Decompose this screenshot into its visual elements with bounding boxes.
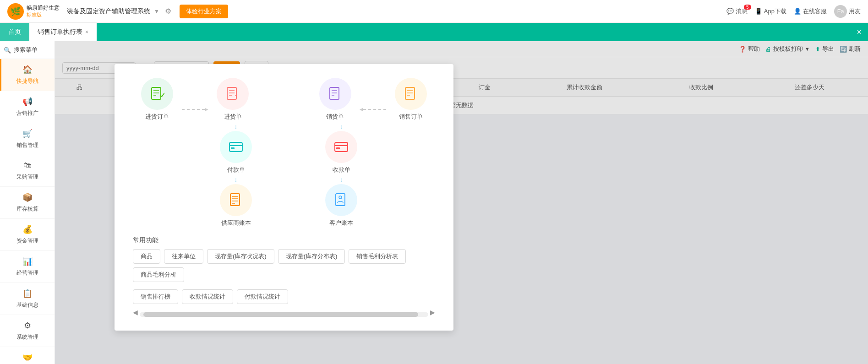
common-title: 常用功能 bbox=[133, 236, 435, 244]
svg-rect-8 bbox=[330, 87, 339, 99]
sidebar-label-system: 系统管理 bbox=[16, 333, 38, 341]
active-indicator bbox=[0, 59, 1, 91]
sidebar-item-purchase[interactable]: 🛍 采购管理 bbox=[0, 155, 55, 187]
purchase-label: 进货单 bbox=[224, 113, 242, 121]
tab-close-icon[interactable]: × bbox=[85, 29, 88, 35]
func-btns: 商品往来单位现存量(库存状况表)现存量(库存分布表)销售毛利分析表商品毛利分析销… bbox=[133, 249, 435, 304]
func-btn[interactable]: 商品 bbox=[133, 249, 160, 264]
payment-circle bbox=[220, 131, 252, 163]
flow-node-sale-order[interactable]: 销售订单 bbox=[386, 78, 435, 121]
online-service-label: 在线客服 bbox=[803, 7, 827, 16]
sidebar-item-inventory[interactable]: 📦 库存核算 bbox=[0, 187, 55, 219]
message-button[interactable]: 💬 消息 5 bbox=[726, 7, 748, 16]
home-icon: 🏠 bbox=[22, 65, 33, 75]
flow-node-sale[interactable]: 销货单 bbox=[311, 78, 360, 121]
app-download-button[interactable]: 📱 App下载 bbox=[755, 7, 786, 16]
receipt-circle bbox=[325, 131, 357, 163]
top-header: 🌿 畅康通好生意 标准版 装备及固定资产辅助管理系统 ▼ ⚙ 体验行业方案 💬 … bbox=[0, 0, 868, 23]
sidebar-label-marketing: 营销推广 bbox=[16, 109, 38, 117]
svg-rect-16 bbox=[229, 142, 242, 152]
dropdown-arrow-icon[interactable]: ▼ bbox=[154, 8, 159, 15]
purchase-icon: 🛍 bbox=[23, 161, 32, 170]
nav-tabs: 首页 销售订单执行表 × × bbox=[0, 23, 868, 41]
online-service-button[interactable]: 👤 在线客服 bbox=[794, 7, 827, 16]
main-layout: 🔍 搜索菜单 🏠 快捷导航 📢 营销推广 🛒 销售管理 🛍 采购管理 📦 库存核… bbox=[0, 41, 868, 364]
common-functions: 常用功能 商品往来单位现存量(库存状况表)现存量(库存分布表)销售毛利分析表商品… bbox=[133, 236, 435, 304]
sidebar-item-finance[interactable]: 💰 资金管理 bbox=[0, 219, 55, 251]
sale-circle bbox=[319, 78, 351, 110]
sale-label: 销货单 bbox=[326, 113, 344, 121]
popup-scrollbar-thumb bbox=[143, 312, 418, 317]
logo-text: 畅康通好生意 标准版 bbox=[27, 5, 60, 18]
scroll-right-icon[interactable]: ▶ bbox=[430, 309, 435, 316]
svg-rect-22 bbox=[230, 194, 240, 206]
sidebar-item-basic[interactable]: 📋 基础信息 bbox=[0, 283, 55, 315]
search-icon: 🔍 bbox=[4, 47, 11, 54]
sidebar-item-operation[interactable]: 📊 经营管理 bbox=[0, 251, 55, 283]
func-btn[interactable]: 销售排行榜 bbox=[133, 289, 178, 304]
func-btn[interactable]: 销售毛利分析表 bbox=[349, 249, 406, 264]
sidebar-item-home[interactable]: 🏠 快捷导航 bbox=[0, 59, 55, 91]
popup-box: 进货订单 ▶ 进货单 bbox=[115, 64, 453, 331]
user-name: 用友 bbox=[849, 7, 861, 16]
system-title: 装备及固定资产辅助管理系统 bbox=[67, 7, 150, 16]
payment-label: 付款单 bbox=[227, 166, 245, 174]
sidebar-item-sales[interactable]: 🛒 销售管理 bbox=[0, 123, 55, 155]
close-all-button[interactable]: × bbox=[850, 27, 868, 37]
logo-line1: 畅康通好生意 bbox=[27, 5, 60, 12]
svg-rect-21 bbox=[336, 147, 340, 149]
sales-icon: 🛒 bbox=[22, 129, 33, 139]
svg-rect-18 bbox=[231, 147, 235, 149]
service-icon: 👤 bbox=[794, 8, 801, 15]
func-btn[interactable]: 现存量(库存状况表) bbox=[207, 249, 274, 264]
sidebar-label-purchase: 采购管理 bbox=[16, 173, 38, 181]
sidebar-item-collab[interactable]: 🤝 企业协同 bbox=[0, 347, 55, 364]
sidebar-item-marketing[interactable]: 📢 营销推广 bbox=[0, 91, 55, 123]
flow-node-purchase[interactable]: 进货单 bbox=[208, 78, 257, 121]
gear-icon[interactable]: ⚙ bbox=[165, 7, 171, 16]
scroll-left-icon[interactable]: ◀ bbox=[133, 309, 138, 316]
logo-line2: 标准版 bbox=[27, 11, 60, 18]
svg-rect-19 bbox=[335, 142, 348, 152]
func-btn[interactable]: 往来单位 bbox=[164, 249, 203, 264]
logo-area: 🌿 畅康通好生意 标准版 bbox=[7, 3, 62, 20]
logo-icon: 🌿 bbox=[7, 3, 24, 20]
search-menu-button[interactable]: 🔍 搜索菜单 bbox=[0, 41, 55, 59]
func-btn[interactable]: 收款情况统计 bbox=[182, 289, 233, 304]
popup-scrollbar[interactable] bbox=[140, 312, 428, 317]
func-btn[interactable]: 商品毛利分析 bbox=[133, 267, 184, 282]
sidebar-item-system[interactable]: ⚙ 系统管理 bbox=[0, 315, 55, 347]
user-area[interactable]: Ea 用友 bbox=[834, 5, 861, 18]
svg-rect-12 bbox=[405, 87, 415, 99]
sidebar-label-inventory: 库存核算 bbox=[16, 205, 38, 213]
message-badge: 5 bbox=[744, 5, 751, 10]
finance-icon: 💰 bbox=[22, 224, 33, 234]
active-tab-label: 销售订单执行表 bbox=[38, 28, 82, 36]
func-btn[interactable]: 现存量(库存分布表) bbox=[278, 249, 345, 264]
search-menu-label: 搜索菜单 bbox=[14, 46, 38, 54]
phone-icon: 📱 bbox=[755, 8, 762, 15]
flow-node-purchase-order[interactable]: 进货订单 bbox=[133, 78, 182, 121]
supplier-account-circle bbox=[220, 184, 252, 216]
sidebar: 🔍 搜索菜单 🏠 快捷导航 📢 营销推广 🛒 销售管理 🛍 采购管理 📦 库存核… bbox=[0, 41, 55, 364]
home-tab-label: 首页 bbox=[8, 28, 21, 36]
sidebar-label-finance: 资金管理 bbox=[16, 237, 38, 245]
inventory-icon: 📦 bbox=[22, 192, 33, 202]
sidebar-label-sales: 销售管理 bbox=[16, 141, 38, 149]
system-icon: ⚙ bbox=[24, 321, 31, 331]
svg-rect-0 bbox=[152, 87, 161, 99]
tab-active[interactable]: 销售订单执行表 × bbox=[29, 23, 97, 41]
content-area: ❓ 帮助 🖨 按模板打印 ▼ ⬆ 导出 🔄 刷新 📅 单据状态 bbox=[55, 41, 868, 364]
try-button[interactable]: 体验行业方案 bbox=[180, 5, 228, 18]
message-icon: 💬 bbox=[726, 8, 734, 15]
supplier-account-label: 供应商账本 bbox=[221, 219, 251, 227]
svg-rect-4 bbox=[227, 87, 236, 99]
func-btn[interactable]: 付款情况统计 bbox=[237, 289, 288, 304]
sidebar-label-basic: 基础信息 bbox=[16, 301, 38, 309]
purchase-circle bbox=[217, 78, 249, 110]
sidebar-label-operation: 经营管理 bbox=[16, 269, 38, 277]
sale-order-label: 销售订单 bbox=[399, 113, 423, 121]
tab-home[interactable]: 首页 bbox=[0, 23, 29, 41]
popup-scroll-wrap: ◀ ▶ bbox=[133, 308, 435, 317]
avatar: Ea bbox=[834, 5, 847, 18]
